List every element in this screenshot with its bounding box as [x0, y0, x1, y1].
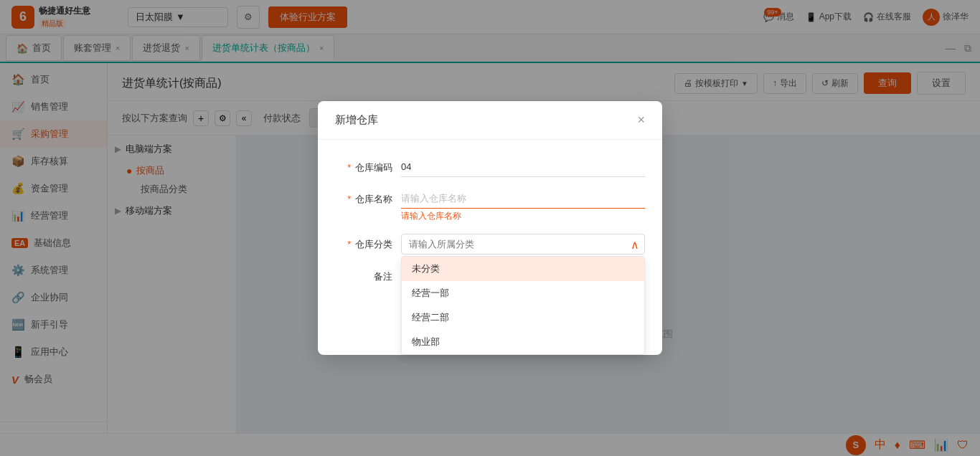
- name-input[interactable]: [401, 189, 645, 209]
- dropdown-item-3[interactable]: 物业部: [402, 330, 644, 354]
- name-label: * 仓库名称: [335, 189, 392, 206]
- modal-title: 新增仓库: [335, 113, 378, 127]
- classify-wrapper: ∧ 未分类 经营一部 经营二部 物业部: [401, 234, 645, 255]
- required-star: *: [347, 162, 351, 173]
- dropdown-item-1[interactable]: 经营一部: [402, 281, 644, 305]
- name-error-msg: 请输入仓库名称: [401, 210, 645, 222]
- classify-dropdown: 未分类 经营一部 经营二部 物业部: [401, 256, 645, 355]
- required-star-classify: *: [347, 239, 351, 250]
- note-label: 备注: [335, 266, 392, 283]
- form-row-name: * 仓库名称 请输入仓库名称: [335, 189, 645, 222]
- classify-label-text: 仓库分类: [355, 239, 392, 250]
- form-row-classify: * 仓库分类 ∧ 未分类 经营一部 经营二部 物业部: [335, 234, 645, 255]
- name-input-wrapper: 请输入仓库名称: [401, 189, 645, 222]
- dropdown-item-2[interactable]: 经营二部: [402, 305, 644, 330]
- name-label-text: 仓库名称: [355, 194, 392, 204]
- classify-label: * 仓库分类: [335, 234, 392, 251]
- modal-header: 新增仓库 ×: [318, 101, 662, 140]
- new-warehouse-modal: 新增仓库 × * 仓库编码 * 仓库名称 请输入仓库名称: [318, 101, 662, 355]
- code-label: * 仓库编码: [335, 157, 392, 174]
- note-label-text: 备注: [374, 271, 392, 282]
- required-star-name: *: [347, 194, 351, 204]
- form-row-code: * 仓库编码: [335, 157, 645, 177]
- modal-overlay: 新增仓库 × * 仓库编码 * 仓库名称 请输入仓库名称: [0, 0, 980, 456]
- code-input[interactable]: [401, 157, 645, 177]
- modal-body: * 仓库编码 * 仓库名称 请输入仓库名称 *: [318, 140, 662, 309]
- dropdown-item-0[interactable]: 未分类: [402, 257, 644, 281]
- modal-close-button[interactable]: ×: [637, 113, 645, 128]
- classify-input[interactable]: [401, 234, 645, 255]
- code-label-text: 仓库编码: [355, 162, 392, 173]
